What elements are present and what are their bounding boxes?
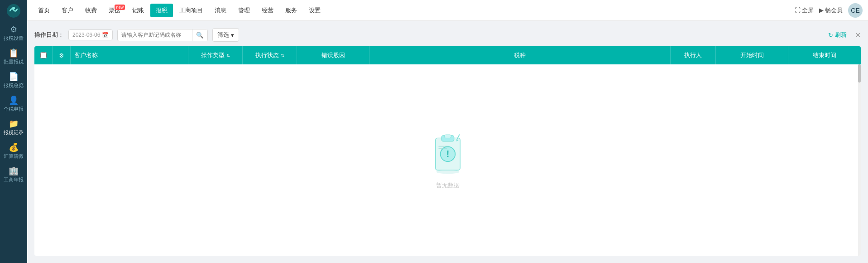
sidebar-label: 工商年报 (4, 176, 24, 183)
new-badge: new (115, 5, 125, 10)
svg-rect-4 (444, 135, 451, 138)
nav-items: 首页 客户 收费 票据 new 记账 报税 工商项目 消息 管理 经营 服务 设… (33, 4, 795, 17)
nav-item-jingying[interactable]: 经营 (256, 4, 279, 17)
th-name: 客户名称 (71, 46, 188, 64)
refresh-button[interactable]: ↻ 刷新 (828, 31, 847, 39)
sidebar-label: 报税记录 (4, 129, 24, 136)
overview-icon: 📄 (9, 73, 19, 81)
nav-item-shezhi[interactable]: 设置 (303, 4, 326, 17)
svg-point-11 (436, 170, 459, 174)
refresh-icon: ↻ (828, 32, 833, 39)
sidebar-item-baoshui-zonglun[interactable]: 📄 报税总览 (0, 69, 27, 93)
chevron-down-icon: ▾ (231, 32, 234, 39)
empty-illustration: ! (425, 131, 470, 176)
th-end-time: 结束时间 (788, 46, 861, 64)
nav-item-fuwu[interactable]: 服务 (280, 4, 302, 17)
nav-item-gongshang-xiangmu[interactable]: 工商项目 (174, 4, 208, 17)
search-button[interactable]: 🔍 (192, 29, 207, 41)
nav-item-shoufei[interactable]: 收费 (80, 4, 102, 17)
th-gear[interactable]: ⚙ (53, 46, 71, 64)
sidebar-item-baoshui-jilu[interactable]: 📁 报税记录 (0, 116, 27, 140)
table-body: ! 暂无数据 (34, 64, 861, 256)
sidebar-item-baoshui-shezhi[interactable]: ⚙ 报税设置 (0, 22, 27, 45)
th-start-time: 开始时间 (716, 46, 788, 64)
nav-item-guanli[interactable]: 管理 (233, 4, 255, 17)
filter-button[interactable]: 筛选 ▾ (212, 28, 239, 42)
vip-icon: ▶ (819, 7, 824, 14)
batch-tax-icon: 📋 (9, 49, 19, 57)
settlement-icon: 💰 (9, 143, 19, 151)
sidebar-item-geshuisenbao[interactable]: 👤 个税申报 (0, 93, 27, 116)
sidebar-label: 报税设置 (4, 35, 24, 42)
th-tax: 税种 (369, 46, 671, 64)
th-exec-status[interactable]: 执行状态 ⇅ (243, 46, 297, 64)
sidebar-label: 报税总览 (4, 82, 24, 89)
sidebar-item-huisuan-jiaona[interactable]: 💰 汇算清缴 (0, 140, 27, 163)
vip-btn[interactable]: ▶ 畅会员 (819, 6, 843, 15)
search-input[interactable] (118, 29, 192, 40)
th-error: 错误股因 (297, 46, 369, 64)
sort-icon: ⇅ (281, 53, 284, 58)
sidebar-item-gongshang-nianbao[interactable]: 🏢 工商年报 (0, 163, 27, 187)
content-area: 操作日期： 2023-06-06 📅 🔍 筛选 ▾ ↻ 刷新 ✕ (27, 21, 868, 263)
th-executor: 执行人 (671, 46, 716, 64)
settings-icon: ⚙ (10, 25, 17, 34)
scrollbar-thumb (858, 64, 861, 83)
topnav-right: ⛶ 全屏 ▶ 畅会员 CE (795, 3, 863, 18)
nav-item-jizhang[interactable]: 记账 (127, 4, 149, 17)
th-checkbox[interactable] (34, 46, 53, 64)
nav-item-piaoju[interactable]: 票据 new (103, 4, 126, 17)
sidebar-label: 个税申报 (4, 106, 24, 112)
table-header: ⚙ 客户名称 操作类型 ⇅ 执行状态 ⇅ 错误股因 税种 (34, 46, 861, 64)
nav-item-baoshui[interactable]: 报税 (150, 4, 173, 17)
record-icon: 📁 (9, 120, 19, 128)
calendar-icon: 📅 (102, 32, 109, 38)
annual-report-icon: 🏢 (9, 167, 19, 175)
sidebar-label: 批量报税 (4, 58, 24, 65)
search-box: 🔍 (117, 29, 208, 41)
svg-text:!: ! (446, 149, 449, 159)
date-input[interactable]: 2023-06-06 📅 (68, 29, 113, 40)
sort-icon: ⇅ (226, 53, 230, 58)
table-container: ⚙ 客户名称 操作类型 ⇅ 执行状态 ⇅ 错误股因 税种 (34, 46, 861, 256)
personal-tax-icon: 👤 (9, 96, 19, 104)
scrollbar-track[interactable] (858, 64, 861, 256)
th-op-type[interactable]: 操作类型 ⇅ (188, 46, 243, 64)
date-value: 2023-06-06 (72, 32, 100, 38)
sidebar-label: 汇算清缴 (4, 153, 24, 160)
column-settings-icon: ⚙ (59, 52, 64, 59)
empty-state: ! 暂无数据 (412, 117, 484, 203)
close-button[interactable]: ✕ (855, 31, 861, 39)
toolbar: 操作日期： 2023-06-06 📅 🔍 筛选 ▾ ↻ 刷新 ✕ (34, 28, 861, 42)
fullscreen-icon: ⛶ (795, 7, 801, 14)
nav-item-kehu[interactable]: 客户 (56, 4, 79, 17)
empty-text: 暂无数据 (436, 181, 460, 190)
sidebar-item-piliang-baoshui[interactable]: 📋 批量报税 (0, 45, 27, 69)
sidebar-logo (0, 0, 27, 22)
select-all-checkbox[interactable] (40, 52, 47, 58)
nav-item-shouye[interactable]: 首页 (33, 4, 55, 17)
svg-point-1 (12, 7, 15, 10)
date-label: 操作日期： (34, 31, 64, 39)
top-nav: 首页 客户 收费 票据 new 记账 报税 工商项目 消息 管理 经营 服务 设… (27, 0, 868, 21)
fullscreen-btn[interactable]: ⛶ 全屏 (795, 6, 814, 15)
main-area: 首页 客户 收费 票据 new 记账 报税 工商项目 消息 管理 经营 服务 设… (27, 0, 868, 263)
nav-item-xiaoxi[interactable]: 消息 (209, 4, 232, 17)
avatar[interactable]: CE (848, 3, 863, 18)
sidebar: ⚙ 报税设置 📋 批量报税 📄 报税总览 👤 个税申报 📁 报税记录 💰 汇算清… (0, 0, 27, 263)
